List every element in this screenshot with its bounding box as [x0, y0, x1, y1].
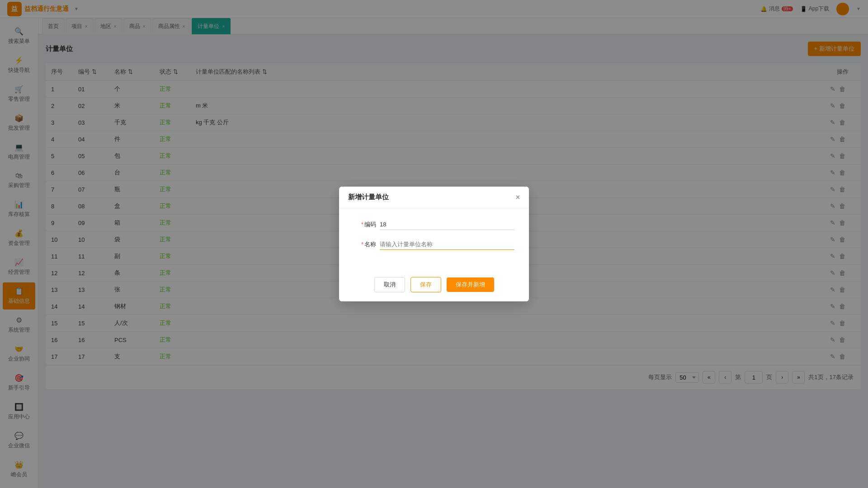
- save-and-add-button[interactable]: 保存并新增: [447, 277, 494, 292]
- name-input[interactable]: [380, 239, 514, 250]
- name-label: *名称: [354, 240, 376, 249]
- save-button[interactable]: 保存: [410, 277, 441, 292]
- modal-footer: 取消 保存 保存并新增: [339, 270, 529, 301]
- cancel-button[interactable]: 取消: [374, 277, 405, 292]
- add-unit-modal: 新增计量单位 × *编码 *名称 取消 保存 保存并新增: [339, 187, 529, 301]
- required-star-code: *: [361, 221, 363, 228]
- modal-title: 新增计量单位: [348, 193, 389, 202]
- code-label: *编码: [354, 221, 376, 229]
- required-star-name: *: [361, 241, 363, 248]
- modal-close-button[interactable]: ×: [516, 194, 520, 201]
- modal-body: *编码 *名称: [339, 208, 529, 270]
- name-form-row: *名称: [354, 239, 514, 250]
- code-input[interactable]: [380, 219, 514, 230]
- modal-header: 新增计量单位 ×: [339, 187, 529, 208]
- modal-overlay[interactable]: 新增计量单位 × *编码 *名称 取消 保存 保存并新增: [0, 0, 868, 488]
- code-form-row: *编码: [354, 219, 514, 230]
